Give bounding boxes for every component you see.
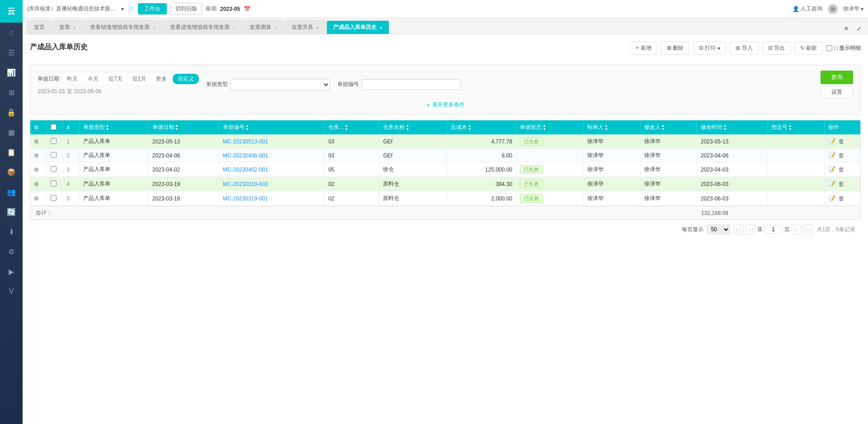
tab-purchase-close[interactable]: × (232, 25, 235, 30)
col-type-header[interactable]: 单据类型▲▼ (79, 120, 148, 134)
cell-checkbox[interactable] (47, 191, 63, 206)
date-btn-yesterday[interactable]: 昨天 (63, 74, 82, 84)
tab-sales-close[interactable]: × (152, 25, 155, 30)
col-wh-name-header[interactable]: 仓库名称▲▼ (379, 120, 447, 134)
first-page-button[interactable]: |◁ (734, 224, 744, 234)
delete-action-icon[interactable]: 🗑 (838, 181, 844, 187)
edit-action-icon[interactable]: 📝 (828, 138, 835, 145)
sidebar-item-download[interactable]: ⬇ (0, 222, 23, 242)
row-checkbox[interactable] (51, 152, 57, 158)
cell-number[interactable]: MC-20230319-002 (219, 177, 324, 191)
sidebar-item-video[interactable]: ▶ (0, 262, 23, 281)
sidebar-item-version[interactable]: V (0, 281, 23, 301)
page-size-select[interactable]: 50 100 200 (707, 224, 730, 234)
cell-number[interactable]: MC-20230402-001 (219, 162, 324, 177)
tab-invoice-calc[interactable]: 发票测算 × (243, 20, 283, 34)
show-detail-label[interactable]: □ 显示明细 (826, 44, 861, 52)
import-button[interactable]: ⊞ 导入 (730, 42, 758, 55)
tab-check-sales-vat[interactable]: 查看销项增值税专用发票 × (83, 20, 162, 34)
prev-page-button[interactable]: ◁ (745, 224, 755, 234)
col-modifier-header[interactable]: 修改人▲▼ (640, 120, 697, 134)
expand-icon[interactable]: ⤢ (854, 23, 863, 34)
cell-settings[interactable]: ⚙ (30, 134, 47, 149)
number-link[interactable]: MC-20230319-001 (223, 195, 268, 202)
row-checkbox[interactable] (51, 195, 57, 201)
col-voucher-header[interactable]: 凭证号▲▼ (768, 120, 824, 134)
col-wh-code-header[interactable]: 仓库...▲▼ (325, 120, 379, 134)
sidebar-item-users[interactable]: 👥 (0, 182, 23, 202)
col-date-header[interactable]: 单据日期▲▼ (148, 120, 219, 134)
sidebar-item-document[interactable]: ☰ (0, 43, 23, 62)
delete-action-icon[interactable]: 🗑 (838, 138, 844, 145)
cell-settings[interactable]: ⚙ (30, 177, 47, 191)
export-button[interactable]: ⊟ 导出 (762, 42, 791, 55)
col-checkbox-header[interactable] (47, 120, 63, 134)
date-btn-custom[interactable]: 自定义 (173, 74, 199, 84)
row-checkbox[interactable] (51, 138, 57, 144)
cell-number[interactable]: MC-20230406-001 (219, 149, 324, 162)
query-button[interactable]: 查询 (821, 71, 853, 84)
edit-action-icon[interactable]: 📝 (828, 166, 835, 173)
edit-action-icon[interactable]: 📝 (828, 181, 835, 187)
page-input[interactable] (764, 225, 783, 234)
sidebar-item-inventory[interactable]: 📦 (0, 162, 23, 182)
tab-invoice-open[interactable]: 发票开具 × (285, 20, 326, 34)
date-btn-1month[interactable]: 近1月 (128, 74, 151, 84)
col-settings-header[interactable]: ⚙ (30, 120, 47, 134)
company-dropdown[interactable]: ▾ (121, 6, 124, 12)
tab-history-close[interactable]: × (379, 25, 382, 30)
delete-action-icon[interactable]: 🗑 (838, 195, 844, 202)
support-item[interactable]: 👤 人工咨询 (793, 5, 822, 13)
row-checkbox[interactable] (51, 181, 57, 186)
sidebar-item-scan[interactable]: ⊞ (0, 82, 23, 102)
sidebar-item-reports[interactable]: 📋 (0, 142, 23, 162)
number-link[interactable]: MC-20230319-002 (223, 181, 268, 187)
number-link[interactable]: MC-20230402-001 (223, 167, 268, 173)
show-detail-checkbox[interactable] (826, 45, 832, 51)
delete-action-icon[interactable]: 🗑 (838, 166, 844, 173)
tab-home[interactable]: 首页 (27, 20, 52, 34)
user-avatar[interactable]: 徐 (828, 4, 838, 14)
tab-product-history[interactable]: 产成品入库单历史 × (326, 20, 389, 34)
sidebar-item-table[interactable]: ▦ (0, 122, 23, 142)
type-filter-select[interactable] (231, 79, 330, 91)
number-link[interactable]: MC-20230513-001 (223, 138, 268, 145)
print-button[interactable]: ⊟ 打印 ▾ (693, 42, 726, 55)
cell-checkbox[interactable] (47, 149, 63, 162)
delete-action-icon[interactable]: 🗑 (838, 152, 844, 159)
close-all-icon[interactable]: ✕ (842, 23, 851, 34)
col-modify-time-header[interactable]: 修改时间▲▼ (697, 120, 767, 134)
cell-checkbox[interactable] (47, 134, 63, 149)
tab-invoice-close[interactable]: × (73, 25, 75, 30)
cell-number[interactable]: MC-20230319-001 (219, 191, 324, 206)
last-page-button[interactable]: ▷| (803, 224, 813, 234)
tab-invoice[interactable]: 发票 × (52, 20, 82, 34)
add-button[interactable]: + 新增 (630, 42, 657, 55)
select-all-checkbox[interactable] (51, 124, 57, 130)
row-checkbox[interactable] (51, 166, 57, 172)
set-button[interactable]: 设置 (821, 86, 853, 98)
refresh-button[interactable]: ↻ 刷新 (794, 42, 823, 55)
edit-action-icon[interactable]: 📝 (828, 195, 835, 202)
sidebar-item-home[interactable]: ⌂ (0, 23, 23, 43)
date-btn-7days[interactable]: 近7天 (104, 74, 127, 84)
tab-check-purchase-vat[interactable]: 查看进项增值税专用发票 × (163, 20, 242, 34)
switch-version-button[interactable]: 切到旧版 (170, 3, 202, 15)
col-status-header[interactable]: 单据状态▲▼ (516, 120, 584, 134)
tab-calc-close[interactable]: × (274, 25, 277, 30)
next-page-button[interactable]: ▷ (792, 224, 802, 234)
cell-checkbox[interactable] (47, 177, 63, 191)
date-btn-more[interactable]: 更多 (152, 74, 171, 84)
col-creator-header[interactable]: 制单人▲▼ (584, 120, 640, 134)
col-number-header[interactable]: 单据编号▲▼ (219, 120, 324, 134)
workbench-button[interactable]: 工作台 (138, 3, 167, 14)
sidebar-item-lock[interactable]: 🔒 (0, 102, 23, 122)
cell-checkbox[interactable] (47, 162, 63, 177)
cell-settings[interactable]: ⚙ (30, 191, 47, 206)
sidebar-item-chart[interactable]: 📊 (0, 62, 23, 82)
delete-button[interactable]: ⊠ 删除 (661, 42, 689, 55)
date-btn-today[interactable]: 今天 (84, 74, 103, 84)
tab-open-close[interactable]: × (316, 25, 319, 30)
calendar-icon[interactable]: 📅 (244, 6, 250, 12)
sidebar-item-refresh[interactable]: 🔄 (0, 202, 23, 222)
